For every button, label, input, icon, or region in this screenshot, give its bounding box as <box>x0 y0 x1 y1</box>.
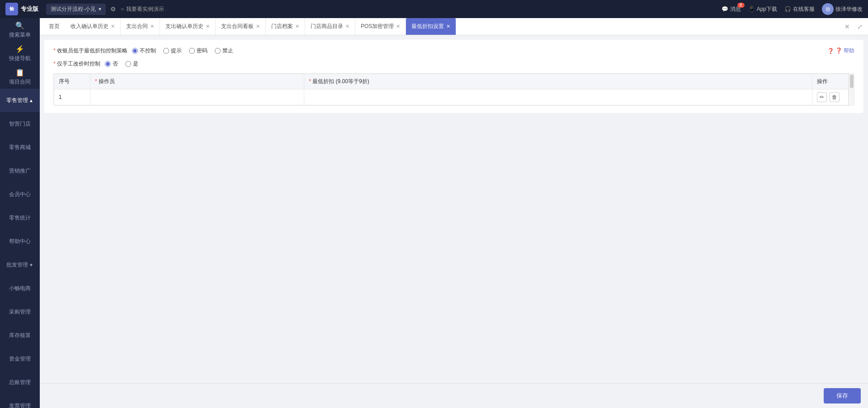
save-button[interactable]: 保存 <box>824 388 861 403</box>
sidebar-item-smart-store[interactable]: 智营门店 <box>0 112 40 136</box>
tab-close-icon[interactable]: ✕ <box>396 23 400 29</box>
sidebar-item-label: 发票管理 <box>9 402 31 408</box>
tab-min-discount[interactable]: 最低折扣设置 ✕ <box>406 18 456 35</box>
tab-home[interactable]: 首页 <box>43 18 65 35</box>
edit-row-button[interactable]: ✏ <box>817 92 827 102</box>
settings-icon[interactable]: ⚙ <box>110 5 116 13</box>
tab-label: 支出合同看板 <box>221 23 254 30</box>
col-seq: 序号 <box>54 74 90 89</box>
message-button[interactable]: 💬 消息 8 <box>722 5 741 13</box>
sidebar-item-member[interactable]: 会员中心 <box>0 183 40 206</box>
tab-label: 支出合同 <box>126 23 148 30</box>
radio-forbid-input[interactable] <box>215 48 221 54</box>
help-link[interactable]: ❓ ❓ 帮助 <box>827 47 854 55</box>
radio-yes[interactable]: 是 <box>125 60 138 68</box>
sidebar-item-ecommerce[interactable]: 小畅电商 <box>0 277 40 300</box>
app-download-button[interactable]: 📱 App下载 <box>748 5 777 13</box>
radio-yes-input[interactable] <box>125 61 131 67</box>
cell-operator[interactable] <box>90 89 304 105</box>
main-layout: 🔍 搜索菜单 ⚡ 快捷导航 📋 项目合同 零售管理 ▲ 智营门店 零售商城 营销… <box>0 18 868 408</box>
sidebar-item-finance[interactable]: 资金管理 <box>0 347 40 370</box>
sidebar-item-label: 批发管理 <box>6 261 28 269</box>
search-icon: 🔍 <box>15 21 24 30</box>
tab-close-icon[interactable]: ✕ <box>446 23 450 29</box>
tab-store-file[interactable]: 门店档案 ✕ <box>266 18 305 35</box>
sidebar-item-label: 零售管理 <box>6 97 28 104</box>
tab-close-icon[interactable]: ✕ <box>111 23 115 29</box>
delete-row-button[interactable]: 🗑 <box>830 92 840 102</box>
radio-no-control-label: 不控制 <box>140 47 156 55</box>
sidebar-item-label: 库存核算 <box>9 332 31 339</box>
customer-service-button[interactable]: 🎧 在线客服 <box>784 5 815 13</box>
question-icon: ❓ <box>827 48 834 54</box>
tab-bar: 首页 收入确认单历史 ✕ 支出合同 ✕ 支出确认单历史 ✕ 支出合同看板 ✕ 门… <box>40 18 868 35</box>
sidebar-item-inventory[interactable]: 库存核算 <box>0 324 40 347</box>
tab-close-icon[interactable]: ✕ <box>150 23 154 29</box>
sidebar-item-label: 帮助中心 <box>9 238 31 245</box>
radio-no-input[interactable] <box>105 61 111 67</box>
sidebar-item-wholesale[interactable]: 批发管理 ▼ <box>0 253 40 277</box>
tab-close-icon[interactable]: ✕ <box>256 23 260 29</box>
tab-pos-password[interactable]: POS加密管理 ✕ <box>355 18 406 35</box>
tab-close-icon[interactable]: ✕ <box>206 23 210 29</box>
tab-bar-actions: ✕ ⤢ <box>843 23 864 30</box>
tab-label: 门店档案 <box>271 23 293 30</box>
radio-no-control[interactable]: 不控制 <box>132 47 156 55</box>
radio-forbid[interactable]: 禁止 <box>215 47 233 55</box>
radio-password-input[interactable] <box>189 48 195 54</box>
page-content: 收银员低于最低折扣控制策略 不控制 提示 密码 <box>40 35 868 383</box>
app-download-label: App下载 <box>757 5 777 13</box>
sidebar-item-ledger[interactable]: 总账管理 <box>0 370 40 394</box>
close-tab-button[interactable]: ✕ <box>843 23 852 30</box>
tab-label: 最低折扣设置 <box>411 23 444 30</box>
tab-close-icon[interactable]: ✕ <box>295 23 299 29</box>
avatar: 徐 <box>822 3 834 15</box>
radio-no[interactable]: 否 <box>105 60 118 68</box>
sidebar-item-project[interactable]: 📋 项目合同 <box>0 65 40 89</box>
radio-prompt-input[interactable] <box>163 48 169 54</box>
restore-tab-button[interactable]: ⤢ <box>855 23 864 30</box>
tab-label: 门店商品目录 <box>311 23 343 30</box>
radio-no-control-input[interactable] <box>132 48 138 54</box>
radio-prompt[interactable]: 提示 <box>163 47 182 55</box>
cell-seq: 1 <box>54 89 90 105</box>
form-card: 收银员低于最低折扣控制策略 不控制 提示 密码 <box>44 40 863 113</box>
user-menu[interactable]: 徐 徐泽华修改 <box>822 3 863 15</box>
discount-control-radio-group: 不控制 提示 密码 禁止 <box>132 47 233 55</box>
sidebar: 🔍 搜索菜单 ⚡ 快捷导航 📋 项目合同 零售管理 ▲ 智营门店 零售商城 营销… <box>0 18 40 408</box>
tab-payment-contract[interactable]: 支出合同 ✕ <box>121 18 160 35</box>
sidebar-item-label: 项目合同 <box>9 78 31 86</box>
tab-payment-history[interactable]: 支出确认单历史 ✕ <box>160 18 216 35</box>
sidebar-item-label: 采购管理 <box>9 308 31 316</box>
help-label: ❓ 帮助 <box>835 47 854 55</box>
sidebar-item-search[interactable]: 🔍 搜索菜单 <box>0 18 40 42</box>
table-scrollbar[interactable] <box>849 74 854 105</box>
sidebar-item-invoice[interactable]: 发票管理 <box>0 394 40 408</box>
contract-icon: 📋 <box>15 68 24 77</box>
radio-forbid-label: 禁止 <box>222 47 233 55</box>
sidebar-item-marketing[interactable]: 营销推广 <box>0 159 40 183</box>
radio-password[interactable]: 密码 <box>189 47 208 55</box>
discount-control-row: 收银员低于最低折扣控制策略 不控制 提示 密码 <box>53 47 854 55</box>
sidebar-item-purchase[interactable]: 采购管理 <box>0 300 40 324</box>
col-action: 操作 <box>812 74 849 89</box>
sidebar-item-retail-stats[interactable]: 零售统计 <box>0 206 40 230</box>
tab-store-products[interactable]: 门店商品目录 ✕ <box>305 18 355 35</box>
sidebar-item-label: 营销推广 <box>9 167 31 175</box>
customer-service-label: 在线客服 <box>793 5 815 13</box>
project-selector[interactable]: 测试分开流程-小见 ▾ <box>46 4 106 15</box>
tab-label: 收入确认单历史 <box>71 23 108 30</box>
sidebar-item-label: 零售统计 <box>9 214 31 222</box>
cell-min-discount[interactable] <box>304 89 812 105</box>
tab-income-history[interactable]: 收入确认单历史 ✕ <box>65 18 121 35</box>
sidebar-item-retail[interactable]: 零售管理 ▲ <box>0 89 40 112</box>
sidebar-item-help[interactable]: 帮助中心 <box>0 230 40 253</box>
message-badge: 8 <box>737 3 745 8</box>
sidebar-item-online-store[interactable]: 零售商城 <box>0 136 40 159</box>
demo-link[interactable]: ○ 我要看实例演示 <box>121 5 164 13</box>
tab-close-icon[interactable]: ✕ <box>345 23 349 29</box>
tab-payment-board[interactable]: 支出合同看板 ✕ <box>216 18 266 35</box>
sidebar-item-label: 会员中心 <box>9 191 31 198</box>
download-icon: 📱 <box>748 6 755 12</box>
sidebar-item-shortcut[interactable]: ⚡ 快捷导航 <box>0 42 40 65</box>
